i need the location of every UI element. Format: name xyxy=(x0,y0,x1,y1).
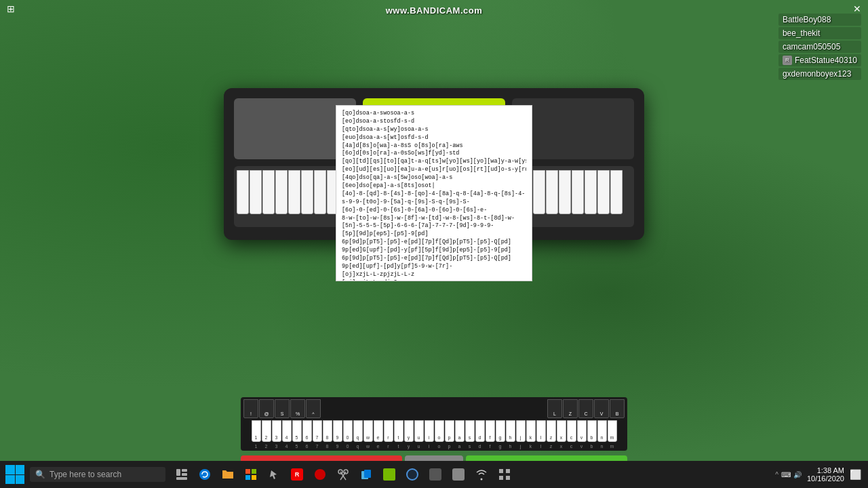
svg-rect-2 xyxy=(182,473,187,476)
key-f[interactable]: f xyxy=(486,420,495,442)
key-g[interactable]: g xyxy=(496,420,505,442)
task-view-icon[interactable] xyxy=(171,464,193,485)
key-j[interactable]: j xyxy=(516,420,526,442)
white-key-5[interactable] xyxy=(288,170,300,214)
network-icon[interactable] xyxy=(471,464,492,485)
files-icon[interactable] xyxy=(355,464,377,485)
taskbar-time[interactable]: 1:38 AM 10/16/2020 xyxy=(807,466,844,483)
windows-logo[interactable] xyxy=(5,465,24,484)
key-w[interactable]: w xyxy=(363,420,373,442)
white-key-28[interactable] xyxy=(585,170,597,214)
white-key-6[interactable] xyxy=(301,170,313,214)
white-key-24[interactable] xyxy=(533,170,545,214)
sheet-overlay[interactable]: [qo]dsoa-a-swosoa-a-s[eo]dsoa-a-stosfd-s… xyxy=(336,105,532,281)
special-key-2[interactable]: @ xyxy=(259,399,274,418)
steam-icon[interactable] xyxy=(401,464,423,485)
key-x[interactable]: x xyxy=(557,420,566,442)
key-h[interactable]: h xyxy=(506,420,515,442)
key-z[interactable]: z xyxy=(547,420,556,442)
white-key-25[interactable] xyxy=(546,170,558,214)
right-key-Z[interactable]: Z xyxy=(563,399,578,418)
white-key-3[interactable] xyxy=(262,170,275,214)
volume-icon[interactable]: 🔊 xyxy=(793,471,802,479)
key-label-a: a xyxy=(455,444,465,449)
sheet-line: [aj]xzjL-L-rdjzCx-z-x xyxy=(342,279,526,281)
key-y[interactable]: y xyxy=(404,420,414,442)
taskbar-start xyxy=(0,465,30,484)
key-0[interactable]: 0 xyxy=(343,420,353,442)
key-p[interactable]: p xyxy=(445,420,454,442)
key-s[interactable]: s xyxy=(465,420,475,442)
key-d[interactable]: d xyxy=(475,420,485,442)
white-key-30[interactable] xyxy=(610,170,623,214)
sheet-line: 9p[ed][upf]-[pd]y[pf]5-9-w-[7r]- xyxy=(342,263,526,271)
camera-icon[interactable] xyxy=(425,464,446,485)
white-key-26[interactable] xyxy=(559,170,571,214)
right-key-B[interactable]: B xyxy=(610,399,625,418)
key-c[interactable]: c xyxy=(567,420,576,442)
special-key-5[interactable]: ^ xyxy=(306,399,321,418)
edge-icon[interactable] xyxy=(194,464,216,485)
key-2[interactable]: 2 xyxy=(262,420,271,442)
special-key-3[interactable]: S xyxy=(275,399,290,418)
key-n[interactable]: n xyxy=(597,420,607,442)
key-7[interactable]: 7 xyxy=(313,420,322,442)
key-v[interactable]: v xyxy=(577,420,587,442)
white-key-29[interactable] xyxy=(597,170,610,214)
key-label-m: m xyxy=(608,444,617,449)
svg-rect-3 xyxy=(176,477,187,480)
right-key-C[interactable]: C xyxy=(578,399,593,418)
special-key-4[interactable]: % xyxy=(290,399,305,418)
key-l[interactable]: l xyxy=(536,420,546,442)
key-a[interactable]: a xyxy=(455,420,465,442)
key-r[interactable]: r xyxy=(384,420,393,442)
notification-icon[interactable]: ⬜ xyxy=(850,469,861,480)
extra-icon[interactable] xyxy=(448,464,469,485)
right-key-L[interactable]: L xyxy=(547,399,562,418)
right-special-keys: L Z C V B xyxy=(547,399,625,418)
key-q[interactable]: q xyxy=(353,420,363,442)
key-k[interactable]: k xyxy=(526,420,536,442)
key-3[interactable]: 3 xyxy=(272,420,281,442)
key-label-r: r xyxy=(384,444,393,449)
right-key-V[interactable]: V xyxy=(594,399,609,418)
key-6[interactable]: 6 xyxy=(302,420,312,442)
close-icon[interactable]: ✕ xyxy=(853,3,861,14)
key-m[interactable]: m xyxy=(608,420,617,442)
white-key-27[interactable] xyxy=(572,170,584,214)
key-i[interactable]: i xyxy=(425,420,434,442)
key-b[interactable]: b xyxy=(587,420,597,442)
svg-point-15 xyxy=(481,479,483,481)
key-t[interactable]: t xyxy=(394,420,403,442)
key-4[interactable]: 4 xyxy=(282,420,292,442)
key-9[interactable]: 9 xyxy=(333,420,342,442)
search-icon: 🔍 xyxy=(35,470,45,479)
white-key-4[interactable] xyxy=(275,170,288,214)
sheet-line: 9p[ed]G[upf]-[pd]-y[pf][5p]f[9d]p[ep5]-[… xyxy=(342,247,526,255)
red-circle-icon[interactable] xyxy=(309,464,331,485)
white-key-2[interactable] xyxy=(250,170,262,214)
key-o[interactable]: o xyxy=(435,420,444,442)
search-input[interactable]: Type here to search xyxy=(50,470,121,479)
taskbar-search[interactable]: 🔍 Type here to search xyxy=(30,467,165,482)
key-1[interactable]: 1 xyxy=(252,420,261,442)
key-u[interactable]: u xyxy=(414,420,424,442)
key-label-e: e xyxy=(374,444,383,449)
key-8[interactable]: 8 xyxy=(323,420,332,442)
key-label-7: 7 xyxy=(313,444,322,449)
apps-icon[interactable] xyxy=(494,464,515,485)
snip-icon[interactable] xyxy=(332,464,354,485)
special-key-1[interactable]: ! xyxy=(243,399,258,418)
white-key-7[interactable] xyxy=(314,170,326,214)
key-5[interactable]: 5 xyxy=(292,420,302,442)
roblox-icon[interactable]: R xyxy=(286,464,308,485)
key-e[interactable]: e xyxy=(374,420,383,442)
file-explorer-icon[interactable] xyxy=(217,464,239,485)
mouse-icon[interactable] xyxy=(263,464,285,485)
white-key-1[interactable] xyxy=(237,170,249,214)
sheet-line: [euo]dsoa-a-s[wt]osfd-s-d xyxy=(342,134,526,142)
nvidia-icon[interactable] xyxy=(378,464,400,485)
svg-rect-5 xyxy=(245,469,250,474)
chevron-up-icon[interactable]: ^ xyxy=(775,471,778,479)
store-icon[interactable] xyxy=(240,464,262,485)
